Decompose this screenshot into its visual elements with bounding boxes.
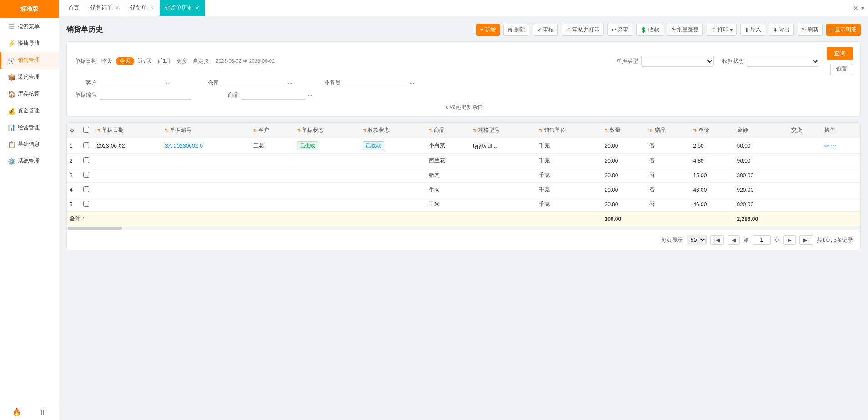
pay-status-select[interactable] <box>747 56 819 67</box>
select-all-checkbox[interactable] <box>83 127 89 133</box>
th-pay-status[interactable]: ⇅ 收款状态 <box>360 123 426 138</box>
audit-print-button[interactable]: 🖨 审核并打印 <box>562 24 604 36</box>
th-gift[interactable]: ⇅ 赠品 <box>647 123 690 138</box>
tab-sales-order[interactable]: 销售订单 ✕ <box>85 0 125 16</box>
horizontal-scrollbar[interactable] <box>67 226 860 230</box>
tab-sales-goods-close[interactable]: ✕ <box>150 5 154 11</box>
th-goods[interactable]: ⇅ 商品 <box>426 123 470 138</box>
th-unit[interactable]: ⇅ 销售单位 <box>536 123 602 138</box>
th-spec[interactable]: ⇅ 规格型号 <box>470 123 536 138</box>
prev-page-btn[interactable]: ◀ <box>728 235 740 245</box>
staff-input[interactable] <box>343 79 407 87</box>
tab-bar-close-icon[interactable]: ✕ <box>853 5 858 12</box>
type-select[interactable] <box>641 56 714 67</box>
filter-staff-item: 业务员 ··· <box>318 79 414 87</box>
filter-warehouse-item: 仓库 ··· <box>196 79 292 87</box>
goods-input[interactable] <box>241 91 305 100</box>
row-checkbox[interactable] <box>83 186 89 192</box>
shortcut-more[interactable]: 更多 <box>175 57 189 65</box>
filter-pay-status-item: 收款状态 <box>721 56 819 67</box>
audit-button[interactable]: ✔ 审核 <box>533 24 558 36</box>
cell-checkbox[interactable] <box>80 154 94 168</box>
scroll-thumb[interactable] <box>68 227 122 230</box>
export-button[interactable]: ⬇ 导出 <box>769 24 794 36</box>
query-button[interactable]: 查询 <box>827 47 853 60</box>
delete-button[interactable]: 🗑 删除 <box>503 24 529 36</box>
th-date[interactable]: ⇅ 单据日期 <box>94 123 162 138</box>
sidebar-item-operations[interactable]: 📊 经营管理 <box>0 119 59 136</box>
tab-sales-history[interactable]: 销货单历史 ✕ <box>160 0 205 16</box>
new-button[interactable]: + 新增 <box>476 24 500 36</box>
sidebar-item-purchase-mgmt[interactable]: 📦 采购管理 <box>0 69 59 85</box>
last-page-btn[interactable]: ▶| <box>799 235 813 245</box>
tab-sales-goods[interactable]: 销货单 ✕ <box>125 0 160 16</box>
table-scroll[interactable]: ⚙ ⇅ 单据日期 ⇅ 单据编号 <box>67 123 860 226</box>
cell-checkbox[interactable] <box>80 183 94 197</box>
collect-button[interactable]: 💲 收款 <box>636 24 663 36</box>
pause-icon[interactable]: ⏸ <box>39 408 46 416</box>
set-button[interactable]: 设置 <box>830 64 853 75</box>
import-button[interactable]: ⬆ 导入 <box>740 24 765 36</box>
row-checkbox[interactable] <box>83 157 89 163</box>
refresh-button[interactable]: ↻ 刷新 <box>798 24 823 36</box>
edit-action[interactable]: ✏ <box>824 143 829 149</box>
cell-pay-status: 已收款 <box>360 138 426 154</box>
filter-docno-item: 单据编号 <box>74 91 191 100</box>
settings-icon[interactable]: ⚙ <box>70 127 75 134</box>
th-docno[interactable]: ⇅ 单据编号 <box>162 123 251 138</box>
row-checkbox[interactable] <box>83 172 89 178</box>
tab-bar-menu-icon[interactable]: ▾ <box>861 5 864 12</box>
fire-icon[interactable]: 🔥 <box>12 408 21 416</box>
collapse-more-btn[interactable]: ∧ 收起更多条件 <box>74 103 853 111</box>
page-unit: 页 <box>774 236 780 244</box>
more-action[interactable]: ⋯ <box>831 143 836 149</box>
abandon-button[interactable]: ↩ 弃审 <box>607 24 632 36</box>
shortcut-1month[interactable]: 近1月 <box>156 57 173 65</box>
th-doc-status[interactable]: ⇅ 单据状态 <box>294 123 360 138</box>
first-page-btn[interactable]: |◀ <box>710 235 724 245</box>
cell-gift: 否 <box>647 154 690 168</box>
sidebar-item-inventory[interactable]: 🏠 库存核算 <box>0 85 59 102</box>
sort-icon-docno: ⇅ <box>165 128 168 133</box>
sidebar-item-sales-mgmt[interactable]: 🛒 销售管理 <box>0 52 59 69</box>
next-page-btn[interactable]: ▶ <box>783 235 796 245</box>
shortcut-7days[interactable]: 近7天 <box>136 57 154 65</box>
docno-input[interactable] <box>100 91 191 100</box>
row-checkbox[interactable] <box>83 142 89 148</box>
shortcut-yesterday[interactable]: 昨天 <box>100 57 114 65</box>
cell-checkbox[interactable] <box>80 138 94 154</box>
shortcut-today[interactable]: 今天 <box>116 57 134 65</box>
tab-sales-history-close[interactable]: ✕ <box>195 5 199 11</box>
print-button[interactable]: 🖨 打印 ▾ <box>707 24 737 36</box>
sidebar-item-finance[interactable]: 💰 资金管理 <box>0 102 59 119</box>
row-checkbox[interactable] <box>83 201 89 207</box>
batch-change-button[interactable]: ⟳ 批量变更 <box>667 24 703 36</box>
doc-no-link[interactable]: SA-20230602-0 <box>165 143 203 149</box>
sidebar-item-sys-mgmt[interactable]: ⚙️ 系统管理 <box>0 153 59 170</box>
cell-checkbox[interactable] <box>80 197 94 212</box>
th-qty[interactable]: ⇅ 数量 <box>602 123 647 138</box>
cell-checkbox[interactable] <box>80 168 94 183</box>
th-price[interactable]: ⇅ 单价 <box>690 123 734 138</box>
per-page-select[interactable]: 50 <box>687 235 707 245</box>
show-detail-button[interactable]: ≡ 显示明细 <box>826 24 861 36</box>
cell-txn <box>788 154 822 168</box>
tab-sales-order-close[interactable]: ✕ <box>115 5 119 11</box>
warehouse-dots[interactable]: ··· <box>288 80 292 86</box>
sidebar-item-basic-info[interactable]: 📋 基础信息 <box>0 136 59 153</box>
warehouse-input[interactable] <box>221 79 285 87</box>
customer-input[interactable] <box>100 79 163 87</box>
sidebar-item-search-menu[interactable]: ☰ 搜索菜单 <box>0 18 59 35</box>
th-settings[interactable]: ⚙ <box>67 123 80 138</box>
goods-dots[interactable]: ··· <box>308 92 312 99</box>
customer-dots[interactable]: ··· <box>166 80 171 86</box>
sort-icon-spec: ⇅ <box>473 128 477 133</box>
tab-home[interactable]: 首页 <box>63 0 85 16</box>
page-input[interactable] <box>753 235 771 245</box>
sidebar-item-quick-nav[interactable]: ⚡ 快捷导航 <box>0 35 59 52</box>
pagination: 每页显示 50 |◀ ◀ 第 页 ▶ ▶| 共1页, 5条记录 <box>67 230 860 250</box>
th-customer[interactable]: ⇅ 客户 <box>251 123 294 138</box>
th-checkbox[interactable] <box>80 123 94 138</box>
staff-dots[interactable]: ··· <box>410 80 414 86</box>
shortcut-custom[interactable]: 自定义 <box>191 57 211 65</box>
